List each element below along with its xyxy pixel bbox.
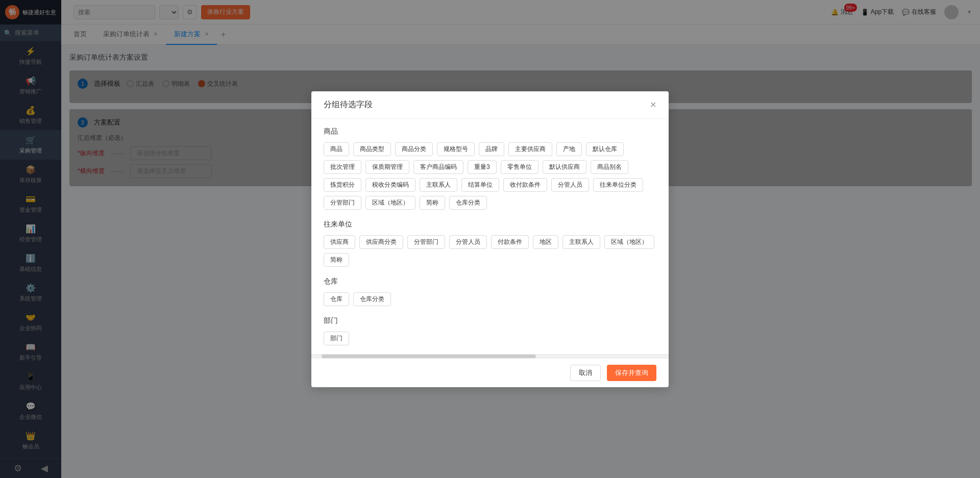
section-department-title: 部门 (324, 316, 656, 325)
section-goods: 商品 商品 商品类型 商品分类 规格型号 品牌 主要供应商 产地 默认仓库 批次… (324, 127, 656, 210)
field-tags-goods: 商品 商品类型 商品分类 规格型号 品牌 主要供应商 产地 默认仓库 批次管理 … (324, 142, 656, 210)
field-tag[interactable]: 分管部门 (407, 235, 445, 249)
field-tag[interactable]: 部门 (324, 332, 349, 345)
section-warehouse-title: 仓库 (324, 277, 656, 286)
modal-close-button[interactable]: ✕ (650, 100, 656, 110)
field-tag[interactable]: 简称 (420, 196, 445, 210)
field-tag[interactable]: 区域（地区） (365, 196, 415, 210)
field-tags-partner: 供应商 供应商分类 分管部门 分管人员 付款条件 地区 主联系人 区域（地区） … (324, 235, 656, 267)
field-tag[interactable]: 仓库分类 (449, 196, 487, 210)
field-tag[interactable]: 供应商 (324, 235, 355, 249)
field-tag[interactable]: 规格型号 (437, 142, 475, 156)
section-partner-title: 往来单位 (324, 220, 656, 229)
field-tag[interactable]: 分管部门 (324, 196, 361, 210)
field-tag[interactable]: 商品 (324, 142, 349, 156)
section-partner: 往来单位 供应商 供应商分类 分管部门 分管人员 付款条件 地区 主联系人 区域… (324, 220, 656, 267)
field-tag[interactable]: 主要供应商 (508, 142, 552, 156)
confirm-button[interactable]: 保存并查询 (607, 365, 656, 381)
modal-footer: 取消 保存并查询 (311, 358, 669, 387)
field-tag[interactable]: 主联系人 (562, 235, 600, 249)
modal-overlay: 分组待选字段 ✕ 商品 商品 商品类型 商品分类 规格型号 品牌 主要供应商 产… (0, 0, 980, 478)
field-tag[interactable]: 结算单位 (461, 178, 499, 192)
field-tag[interactable]: 默认供应商 (543, 160, 586, 174)
field-tag[interactable]: 分管人员 (551, 178, 589, 192)
field-tag[interactable]: 产地 (556, 142, 582, 156)
field-tag[interactable]: 仓库分类 (353, 292, 391, 306)
field-tag[interactable]: 客户商品编码 (413, 160, 463, 174)
field-tag[interactable]: 收付款条件 (503, 178, 547, 192)
field-tag[interactable]: 商品分类 (395, 142, 433, 156)
field-tag[interactable]: 分管人员 (449, 235, 487, 249)
field-tag[interactable]: 零售单位 (501, 160, 538, 174)
section-warehouse: 仓库 仓库 仓库分类 (324, 277, 656, 306)
field-tags-department: 部门 (324, 332, 656, 345)
field-tag[interactable]: 地区 (533, 235, 558, 249)
field-tag[interactable]: 供应商分类 (359, 235, 403, 249)
field-tag[interactable]: 保质期管理 (365, 160, 409, 174)
field-tag[interactable]: 商品别名 (591, 160, 628, 174)
field-tag[interactable]: 付款条件 (491, 235, 529, 249)
field-tag[interactable]: 品牌 (479, 142, 504, 156)
modal-title: 分组待选字段 (324, 99, 373, 110)
scrollbar-thumb (322, 355, 536, 358)
section-goods-title: 商品 (324, 127, 656, 136)
field-tag[interactable]: 往来单位分类 (593, 178, 643, 192)
field-tag[interactable]: 简称 (324, 253, 349, 267)
field-tag[interactable]: 主联系人 (420, 178, 457, 192)
field-tag[interactable]: 商品类型 (353, 142, 391, 156)
field-select-modal: 分组待选字段 ✕ 商品 商品 商品类型 商品分类 规格型号 品牌 主要供应商 产… (311, 91, 669, 387)
cancel-button[interactable]: 取消 (570, 365, 601, 381)
modal-horizontal-scrollbar[interactable] (311, 354, 669, 358)
field-tag[interactable]: 区域（地区） (604, 235, 654, 249)
field-tag[interactable]: 重量3 (468, 160, 497, 174)
section-department: 部门 部门 (324, 316, 656, 345)
field-tags-warehouse: 仓库 仓库分类 (324, 292, 656, 306)
field-tag[interactable]: 仓库 (324, 292, 349, 306)
modal-body: 商品 商品 商品类型 商品分类 规格型号 品牌 主要供应商 产地 默认仓库 批次… (311, 119, 669, 354)
field-tag[interactable]: 税收分类编码 (365, 178, 415, 192)
field-tag[interactable]: 批次管理 (324, 160, 361, 174)
modal-header: 分组待选字段 ✕ (311, 91, 669, 119)
field-tag[interactable]: 拣货积分 (324, 178, 361, 192)
field-tag[interactable]: 默认仓库 (586, 142, 624, 156)
